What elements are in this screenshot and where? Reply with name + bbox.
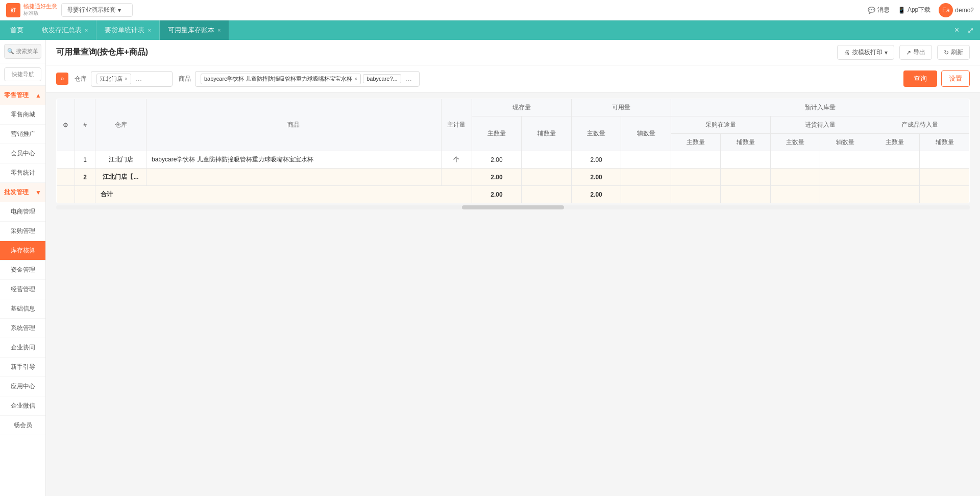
expand-filter-btn[interactable]: » — [56, 73, 68, 85]
sidebar-item-retail-mall[interactable]: 零售商城 — [0, 105, 45, 125]
total-purchase-main — [671, 186, 721, 203]
sidebar-item-wechat[interactable]: 企业微信 — [0, 396, 45, 416]
th-prod-main: 主数量 — [870, 134, 920, 151]
retail-mall-label: 零售商城 — [11, 110, 35, 119]
ecommerce-label: 电商管理 — [11, 207, 35, 216]
quick-nav-btn[interactable]: 快捷导航 — [4, 67, 41, 81]
product-tag2: babycare?... — [363, 74, 401, 83]
sidebar-item-app-center[interactable]: 应用中心 — [0, 377, 45, 396]
warehouse-input[interactable]: 江北门店 × ... — [91, 71, 173, 87]
search-menu-btn[interactable]: 🔍 搜索菜单 — [4, 44, 41, 59]
user-area[interactable]: Ea demo2 — [939, 3, 974, 17]
sidebar-item-member[interactable]: 会员中心 — [0, 144, 45, 163]
guide-label: 新手引导 — [11, 363, 35, 371]
sidebar-item-retail-mgmt[interactable]: 零售管理 ▲ — [0, 86, 45, 105]
search-icon: 🔍 — [7, 48, 14, 54]
tab-order[interactable]: 要货单统计表 × — [96, 20, 159, 40]
total-inbound-aux — [820, 186, 870, 203]
refresh-btn[interactable]: ↻ 刷新 — [937, 45, 970, 60]
th-avail-aux: 辅数量 — [621, 116, 671, 151]
message-icon: 💬 — [868, 7, 875, 14]
sidebar-item-wholesale-mgmt[interactable]: 批发管理 ▼ — [0, 183, 45, 202]
sidebar-item-retail-stats[interactable]: 零售统计 — [0, 163, 45, 183]
settings-btn[interactable]: 设置 — [941, 70, 970, 87]
finance-label: 资金管理 — [11, 266, 35, 274]
page-title: 可用量查询(按仓库+商品) — [56, 47, 148, 58]
th-purchase-transit: 采购在途量 — [671, 116, 770, 134]
product-tag1-remove[interactable]: × — [354, 76, 357, 82]
expand-btn[interactable]: ⤢ — [965, 23, 976, 37]
product-input[interactable]: babycare学饮杯 儿童防摔防撞吸管杯重力球吸嘴杯宝宝水杯 × babyca… — [195, 71, 420, 87]
row-warehouse: 江北门店 — [95, 151, 146, 169]
subtotal-purchase-aux — [721, 169, 771, 186]
product-tag1-text: babycare学饮杯 儿童防摔防撞吸管杯重力球吸嘴杯宝宝水杯 — [204, 75, 352, 83]
sidebar-item-purchase[interactable]: 采购管理 — [0, 222, 45, 241]
tab-receive[interactable]: 收发存汇总表 × — [34, 20, 96, 40]
table-row: 1 江北门店 babycare学饮杯 儿童防摔防撞吸管杯重力球吸嘴杯宝宝水杯 个… — [57, 151, 970, 169]
message-btn[interactable]: 💬 消息 — [868, 6, 890, 14]
logo-area: 好 畅捷通好生意 标准版 — [6, 3, 57, 17]
sidebar-item-guide[interactable]: 新手引导 — [0, 358, 45, 377]
content-area: 可用量查询(按仓库+商品) 🖨 按模板打印 ▾ ↗ 导出 ↻ 刷新 — [46, 40, 980, 496]
retail-mgmt-label: 零售管理 — [4, 91, 29, 100]
chevron-down-icon: ▾ — [118, 7, 121, 14]
page-actions: 🖨 按模板打印 ▾ ↗ 导出 ↻ 刷新 — [837, 45, 970, 60]
app-download-btn[interactable]: 📱 App下载 — [898, 6, 930, 14]
sidebar-item-enterprise[interactable]: 企业协同 — [0, 338, 45, 358]
total-current-aux — [522, 186, 572, 203]
total-prod-main — [870, 186, 920, 203]
th-inbound-aux: 辅数量 — [820, 134, 870, 151]
product-tag1: babycare学饮杯 儿童防摔防撞吸管杯重力球吸嘴杯宝宝水杯 × — [201, 74, 361, 84]
data-table: ⚙ # 仓库 商品 主计量 现存量 可用量 预计入库量 主数量 辅数量 主数量 … — [56, 99, 970, 203]
nav-tabs-right: × ⤢ — [952, 23, 980, 37]
avatar: Ea — [939, 3, 953, 17]
tab-receive-close[interactable]: × — [85, 27, 88, 33]
warehouse-tag-remove[interactable]: × — [125, 76, 128, 82]
top-bar-right: 💬 消息 📱 App下载 Ea demo2 — [868, 3, 974, 17]
subtotal-prod-main — [870, 169, 920, 186]
message-label: 消息 — [877, 6, 890, 14]
sidebar-item-basic[interactable]: 基础信息 — [0, 299, 45, 319]
tab-order-close[interactable]: × — [148, 27, 151, 33]
sidebar-item-operations[interactable]: 经营管理 — [0, 280, 45, 299]
tab-available[interactable]: 可用量库存账本 × — [160, 20, 229, 40]
sidebar-item-system[interactable]: 系统管理 — [0, 319, 45, 338]
nav-tabs: 首页 收发存汇总表 × 要货单统计表 × 可用量库存账本 × × ⤢ — [0, 20, 980, 40]
query-btn[interactable]: 查询 — [903, 70, 937, 87]
row-avail-aux — [621, 151, 671, 169]
th-warehouse: 仓库 — [95, 99, 146, 151]
warehouse-filter: 仓库 江北门店 × ... — [75, 71, 173, 87]
th-current-main: 主数量 — [472, 116, 522, 151]
filter-bar: » 仓库 江北门店 × ... 商品 babycare学饮杯 儿童防摔防撞吸管杯… — [46, 65, 980, 92]
th-settings[interactable]: ⚙ — [57, 99, 75, 151]
industry-selector[interactable]: 母婴行业演示账套 ▾ — [61, 3, 133, 17]
total-avail-main: 2.00 — [571, 186, 621, 203]
print-btn[interactable]: 🖨 按模板打印 ▾ — [837, 45, 894, 60]
th-planned-inbound: 预计入库量 — [671, 99, 969, 116]
row-settings[interactable] — [57, 151, 75, 169]
product-more[interactable]: ... — [403, 74, 414, 83]
subtotal-product — [146, 169, 442, 186]
subtotal-purchase-main — [671, 169, 721, 186]
tab-available-close[interactable]: × — [217, 27, 220, 33]
refresh-label: 刷新 — [951, 48, 963, 57]
inventory-label: 库存核算 — [11, 246, 35, 255]
sidebar-item-inventory[interactable]: 库存核算 — [0, 241, 45, 261]
avatar-text: Ea — [942, 7, 950, 14]
close-all-btn[interactable]: × — [952, 23, 961, 37]
vip-label: 畅会员 — [14, 421, 32, 430]
warehouse-tag: 江北门店 × — [96, 74, 131, 84]
sidebar-item-finance[interactable]: 资金管理 — [0, 261, 45, 280]
subtotal-current-aux — [522, 169, 572, 186]
th-unit: 主计量 — [441, 99, 472, 151]
sidebar-item-vip[interactable]: 畅会员 — [0, 416, 45, 435]
warehouse-more[interactable]: ... — [133, 74, 144, 83]
sidebar-item-marketing[interactable]: 营销推广 — [0, 125, 45, 144]
sidebar-item-ecommerce[interactable]: 电商管理 — [0, 202, 45, 222]
retail-stats-label: 零售统计 — [11, 169, 35, 177]
print-label: 按模板打印 — [852, 48, 883, 57]
tab-home[interactable]: 首页 — [0, 20, 34, 40]
total-index — [75, 186, 95, 203]
row-index: 1 — [75, 151, 95, 169]
export-btn[interactable]: ↗ 导出 — [899, 45, 932, 60]
